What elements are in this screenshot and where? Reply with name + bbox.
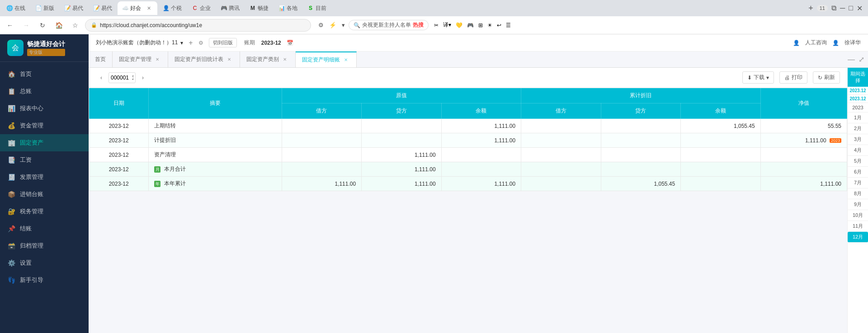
sidebar-item-inventory[interactable]: 📦 进销台账 (0, 186, 89, 203)
settings-small-icon[interactable]: ⚙ (198, 40, 203, 46)
page-tab-close-fixed-mgmt[interactable]: ✕ (153, 56, 161, 64)
row3-summary: 资产清理 (149, 148, 282, 162)
print-btn[interactable]: 🖨 打印 (779, 71, 807, 84)
browser-tab-gedi[interactable]: 📊 各地 (274, 1, 302, 15)
switch-version-btn[interactable]: 切到旧版 (209, 38, 237, 47)
period-start-date[interactable]: 2023.12 (848, 87, 868, 95)
period-month-9[interactable]: 9月 (848, 199, 868, 210)
forward-btn[interactable]: → (20, 19, 33, 32)
prev-page-btn[interactable]: ‹ (96, 72, 107, 83)
page-tab-asset-category[interactable]: 固定资产类别 ✕ (240, 52, 296, 67)
sidebar-item-guide[interactable]: 👣 新手引导 (0, 272, 89, 289)
browser-tab-yidai2[interactable]: 📝 易代 (89, 1, 117, 15)
page-tab-fixed-mgmt[interactable]: 固定资产管理 ✕ (113, 52, 168, 67)
download-btn[interactable]: ⬇ 下载 ▾ (742, 71, 774, 84)
search-box[interactable]: 🔍 央视更新主持人名单 热搜 (349, 20, 429, 30)
browser-tab-online[interactable]: 🌐 在线 (2, 1, 30, 15)
sidebar-item-tax[interactable]: 🔐 税务管理 (0, 203, 89, 220)
minimize-page-btn[interactable]: — (848, 56, 855, 64)
grid-icon[interactable]: ⊞ (478, 22, 483, 28)
translate-icon[interactable]: 译▾ (443, 21, 451, 29)
add-account-btn[interactable]: + (189, 39, 193, 47)
support-btn[interactable]: 人工咨询 (805, 39, 827, 47)
home-btn[interactable]: 🏠 (52, 19, 65, 32)
minimize-btn[interactable]: ─ (840, 4, 845, 12)
period-month-11[interactable]: 11月 (848, 221, 868, 232)
sidebar-item-archive[interactable]: 🗃️ 归档管理 (0, 237, 89, 254)
browser-tab-changjie[interactable]: M 畅捷 (245, 1, 273, 15)
print-label: 打印 (792, 74, 802, 81)
theme-icon[interactable]: ☀ (487, 22, 492, 28)
row5-net-value: 1,111.00 (760, 177, 847, 191)
refresh-btn[interactable]: ↻ 刷新 (813, 71, 840, 84)
dropdown-arrow-icon[interactable]: ▾ (180, 40, 183, 46)
period-month-10[interactable]: 10月 (848, 210, 868, 221)
page-tab-close-asset-detail[interactable]: ✕ (342, 56, 350, 64)
row1-accum-balance: 1,055.45 (681, 119, 761, 133)
browser-tab-yidai1[interactable]: 📝 易代 (60, 1, 88, 15)
pagination: ‹ › (96, 72, 148, 83)
lightning-icon[interactable]: ⚡ (329, 22, 336, 28)
col-sub-orig-credit: 贷方 (362, 103, 442, 119)
page-tab-close-asset-category[interactable]: ✕ (281, 56, 289, 64)
address-input[interactable]: 🔒 https://cloud.chanjet.com/accounting/u… (85, 19, 311, 32)
period-month-4[interactable]: 4月 (848, 145, 868, 156)
game-icon[interactable]: 🎮 (467, 22, 474, 28)
sidebar-item-payroll[interactable]: 📑 工资 (0, 151, 89, 169)
sidebar-item-home[interactable]: 🏠 首页 (0, 66, 89, 83)
period-year-2023[interactable]: 2023 (848, 103, 868, 113)
refresh-btn[interactable]: ↻ (36, 19, 49, 32)
period-month-2[interactable]: 2月 (848, 123, 868, 134)
close-window-btn[interactable]: ✕ (857, 4, 863, 13)
sidebar-item-fixed-assets[interactable]: 🏢 固定资产 (0, 134, 89, 151)
tab-close-haokuai[interactable]: ✕ (145, 4, 153, 12)
row4-orig-balance (441, 162, 521, 177)
page-tab-depreciation[interactable]: 固定资产折旧统计表 ✕ (168, 52, 240, 67)
period-month-8[interactable]: 8月 (848, 188, 868, 199)
sidebar-item-closing[interactable]: 📌 结账 (0, 220, 89, 237)
browser-tab-tencent[interactable]: 🎮 腾讯 (216, 1, 244, 15)
bookmark-btn[interactable]: ☆ (69, 19, 81, 32)
back-btn[interactable]: ← (4, 19, 16, 32)
page-tab-close-depreciation[interactable]: ✕ (225, 56, 233, 64)
period-month-5[interactable]: 5月 (848, 156, 868, 167)
maximize-page-btn[interactable]: ⤢ (859, 55, 864, 64)
page-tab-asset-detail[interactable]: 固定资产明细账 ✕ (296, 52, 357, 67)
search-icon: 🔍 (354, 22, 360, 28)
calendar-icon[interactable]: 📅 (287, 40, 293, 46)
sidebar-item-funds[interactable]: 💰 资金管理 (0, 117, 89, 134)
period-month-7[interactable]: 7月 (848, 178, 868, 188)
period-month-12[interactable]: 12月 (848, 232, 868, 243)
page-number-input[interactable] (108, 72, 136, 83)
logo-main-text: 畅捷通好会计 (27, 40, 65, 49)
extensions-icon[interactable]: ⚙ (318, 22, 324, 28)
row3-orig-balance (441, 148, 521, 162)
history-icon[interactable]: ↩ (497, 22, 501, 28)
browser-tab-new[interactable]: 📄 新版 (31, 1, 59, 15)
period-month-6[interactable]: 6月 (848, 167, 868, 178)
dropdown-icon[interactable]: ▾ (342, 22, 345, 28)
sidebar-item-reports[interactable]: 📊 报表中心 (0, 100, 89, 117)
row5-date: 2023-12 (89, 177, 149, 191)
sidebar-item-ledger[interactable]: 📋 总账 (0, 83, 89, 100)
period-month-1[interactable]: 1月 (848, 113, 868, 123)
wallet-icon[interactable]: 💛 (456, 22, 462, 28)
menu-icon[interactable]: ☰ (506, 22, 511, 28)
next-page-btn[interactable]: › (137, 72, 148, 83)
period-end-date[interactable]: 2023.12 (848, 95, 868, 103)
sidebar-item-invoices[interactable]: 🧾 发票管理 (0, 169, 89, 186)
new-tab-btn[interactable]: + (808, 4, 813, 13)
browser-tab-geshui[interactable]: 👤 个税 (158, 1, 186, 15)
browser-tab-haokuai[interactable]: ☁️ 好会 ✕ (118, 1, 157, 15)
page-tab-home[interactable]: 首页 (89, 52, 113, 67)
scissors-icon[interactable]: ✂ (434, 22, 439, 28)
row5-accum-credit: 1,055.45 (601, 177, 681, 191)
browser-tab-muqian[interactable]: S 目前 (303, 1, 331, 15)
data-table: 日期 摘要 原值 累计折旧 净值 借方 贷方 余额 借方 (89, 88, 847, 191)
row4-orig-credit: 1,111.00 (362, 162, 442, 177)
sidebar-item-settings[interactable]: ⚙️ 设置 (0, 254, 89, 272)
maximize-btn[interactable]: □ (849, 4, 853, 12)
restore-window-btn[interactable]: ⧉ (831, 4, 836, 12)
browser-tab-qiye[interactable]: C 企业 (187, 1, 215, 15)
period-month-3[interactable]: 3月 (848, 134, 868, 145)
